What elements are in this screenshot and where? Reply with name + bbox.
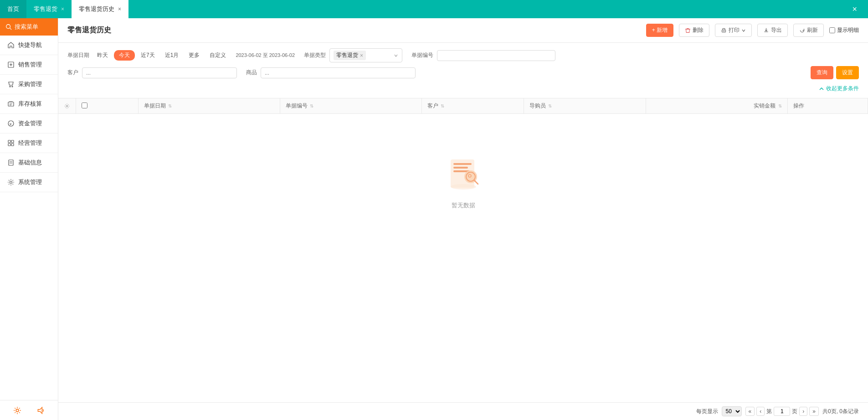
doc-type-tag-close[interactable]: ×	[360, 52, 363, 59]
date-btn-today[interactable]: 今天	[114, 50, 135, 61]
svg-rect-13	[11, 140, 14, 143]
search-icon	[5, 24, 12, 30]
sidebar-item-operation-mgmt[interactable]: 经营管理	[0, 133, 58, 153]
sidebar-item-basic-info[interactable]: 基础信息	[0, 153, 58, 173]
export-button[interactable]: 导出	[757, 24, 788, 37]
sidebar-item-quick-nav[interactable]: 快捷导航	[0, 36, 58, 55]
sidebar: 搜索菜单 快捷导航 销售管理 采购管理	[0, 18, 58, 420]
col-checkbox	[76, 98, 139, 114]
date-filter-buttons: 昨天 今天 近7天 近1月 更多 自定义	[93, 50, 230, 61]
customer-label: 客户	[67, 69, 78, 77]
query-button[interactable]: 查询	[811, 66, 833, 79]
date-filter-label: 单据日期	[67, 51, 89, 59]
svg-rect-16	[9, 160, 13, 165]
doc-type-select[interactable]: 零售退货 ×	[329, 48, 402, 62]
goods-input[interactable]	[261, 67, 416, 78]
settings-filter-button[interactable]: 设置	[836, 66, 859, 79]
search-menu[interactable]: 搜索菜单	[0, 18, 58, 36]
sort-doc-number[interactable]: ⇅	[310, 103, 313, 108]
col-settings	[58, 98, 76, 114]
page-last-button[interactable]: »	[809, 407, 819, 416]
date-btn-yesterday[interactable]: 昨天	[93, 50, 112, 61]
date-btn-1month[interactable]: 近1月	[161, 50, 183, 61]
page-size-select[interactable]: 50	[722, 406, 742, 416]
goods-label: 商品	[246, 69, 257, 77]
empty-state-icon	[441, 150, 486, 196]
customer-input[interactable]	[82, 67, 237, 78]
col-doc-number: 单据编号 ⇅	[280, 98, 421, 114]
page-next-button[interactable]: ›	[799, 407, 807, 416]
select-all-checkbox[interactable]	[82, 102, 87, 108]
volume-icon[interactable]	[36, 406, 45, 415]
col-doc-date: 单据日期 ⇅	[138, 98, 280, 114]
page-prev-button[interactable]: ‹	[756, 407, 765, 416]
sidebar-item-inventory-calc[interactable]: 库存核算	[0, 94, 58, 114]
action-buttons: 查询 设置	[811, 66, 859, 79]
collapse-button[interactable]: 收起更多条件	[819, 85, 859, 92]
date-btn-more[interactable]: 更多	[185, 50, 204, 61]
customer-filter-item: 客户	[67, 67, 237, 78]
doc-type-dropdown-icon	[394, 53, 398, 58]
sidebar-bottom	[0, 400, 58, 420]
goods-filter-item: 商品	[246, 67, 416, 78]
settings-icon[interactable]	[13, 406, 21, 415]
export-icon	[763, 27, 769, 33]
tab-retail-return-history[interactable]: 零售退货历史 ×	[72, 0, 128, 18]
close-retail-return-tab[interactable]: ×	[61, 6, 64, 12]
sidebar-item-purchase-mgmt[interactable]: 采购管理	[0, 75, 58, 94]
tab-list: 首页 零售退货 × 零售退货历史 ×	[0, 0, 848, 18]
sort-actual-amount[interactable]: ⇅	[778, 103, 782, 108]
svg-point-0	[6, 25, 10, 29]
date-filter-item: 单据日期 昨天 今天 近7天 近1月 更多 自定义 2023-06-02 至 2…	[67, 50, 295, 61]
page-unit: 页	[792, 408, 797, 415]
sort-doc-date[interactable]: ⇅	[168, 103, 172, 108]
sort-customer[interactable]: ⇅	[441, 103, 444, 108]
display-detail-toggle[interactable]: 显示明细	[829, 26, 859, 34]
svg-line-32	[474, 180, 478, 184]
svg-rect-27	[453, 163, 472, 165]
top-bar: 首页 零售退货 × 零售退货历史 × ×	[0, 0, 868, 18]
home-icon	[7, 41, 15, 49]
delete-button[interactable]: 删除	[679, 24, 709, 37]
page-input[interactable]	[774, 407, 790, 416]
doc-type-filter-item: 单据类型 零售退货 ×	[304, 48, 402, 62]
tab-retail-return[interactable]: 零售退货 ×	[26, 0, 72, 18]
doc-number-input[interactable]	[437, 50, 555, 61]
sidebar-item-capital-mgmt[interactable]: ¥ 资金管理	[0, 114, 58, 133]
svg-line-1	[10, 28, 12, 30]
basic-icon	[7, 159, 15, 166]
close-retail-return-history-tab[interactable]: ×	[118, 6, 121, 12]
refresh-icon	[799, 27, 805, 33]
refresh-button[interactable]: 刷新	[793, 24, 824, 37]
table-footer: 每页显示 50 « ‹ 第 页 › » 共0页, 0条记录	[58, 402, 868, 420]
sidebar-item-system-mgmt[interactable]: 系统管理	[0, 173, 58, 192]
print-dropdown-icon	[741, 28, 746, 33]
col-actual-amount: 实销金额 ⇅	[646, 98, 787, 114]
svg-point-20	[16, 409, 19, 412]
doc-type-tag: 零售退货 ×	[334, 51, 366, 60]
svg-rect-14	[8, 143, 10, 146]
new-button[interactable]: + 新增	[646, 24, 673, 37]
doc-number-filter-item: 单据编号	[411, 50, 555, 61]
svg-rect-12	[8, 140, 10, 143]
date-btn-7days[interactable]: 近7天	[137, 50, 159, 61]
page-first-button[interactable]: «	[745, 407, 755, 416]
filter-row-1: 单据日期 昨天 今天 近7天 近1月 更多 自定义 2023-06-02 至 2…	[67, 48, 859, 62]
date-btn-custom[interactable]: 自定义	[205, 50, 230, 61]
filter-area: 单据日期 昨天 今天 近7天 近1月 更多 自定义 2023-06-02 至 2…	[58, 43, 868, 98]
sidebar-item-sales-mgmt[interactable]: 销售管理	[0, 55, 58, 75]
top-bar-right: ×	[848, 3, 868, 16]
svg-text:¥: ¥	[9, 122, 12, 126]
svg-point-19	[10, 181, 12, 184]
print-icon	[721, 27, 727, 33]
print-button[interactable]: 打印	[715, 24, 752, 37]
main-layout: 搜索菜单 快捷导航 销售管理 采购管理	[0, 18, 868, 420]
display-detail-checkbox[interactable]	[829, 27, 835, 33]
sort-guide[interactable]: ⇅	[548, 103, 552, 108]
collapse-icon	[819, 86, 824, 92]
tab-home[interactable]: 首页	[0, 0, 26, 18]
settings-col-icon[interactable]	[64, 103, 70, 109]
window-close-button[interactable]: ×	[848, 3, 861, 16]
empty-state-text: 暂无数据	[452, 201, 475, 210]
doc-number-label: 单据编号	[411, 51, 433, 59]
